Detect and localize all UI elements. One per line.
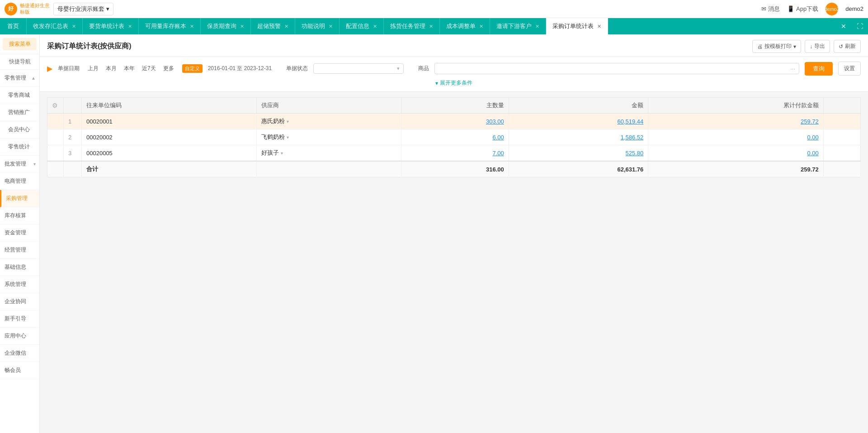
close-tab-chenbentiaozhen[interactable]: ✕ xyxy=(479,24,483,29)
sidebar-search-area: 搜索菜单 xyxy=(0,34,39,54)
date-btn-this-month[interactable]: 本月 xyxy=(103,64,119,73)
cell-quantity: 7.00 xyxy=(401,145,509,162)
tab-home[interactable]: 首页 xyxy=(0,18,27,34)
cell-supplier: 飞鹤奶粉 ▾ xyxy=(257,129,401,145)
workspace-selector[interactable]: 母婴行业演示账套 ▾ xyxy=(53,3,113,15)
col-amount: 金额 xyxy=(509,98,648,114)
status-select[interactable]: ▾ xyxy=(313,63,404,74)
cell-settings xyxy=(47,145,64,162)
close-tab-gongnengshuo[interactable]: ✕ xyxy=(329,24,333,29)
custom-date-tag[interactable]: 自定义 xyxy=(182,64,203,73)
tab-shoufafuhuizong[interactable]: 收发存汇总表 ✕ xyxy=(27,18,83,34)
close-tab-tuohuorenwu[interactable]: ✕ xyxy=(429,24,433,29)
cell-rownum: 3 xyxy=(64,145,82,162)
cell-quantity: 6.00 xyxy=(401,129,509,145)
table-footer: 合计 316.00 62,631.76 259.72 xyxy=(47,161,861,177)
expand-more-btn[interactable]: ▾ 展开更多条件 xyxy=(47,79,861,87)
message-icon: ✉ xyxy=(761,5,766,12)
sidebar-item-marketing[interactable]: 营销推广 xyxy=(0,104,39,121)
date-btn-this-year[interactable]: 本年 xyxy=(121,64,137,73)
content-area: 采购订单统计表(按供应商) 🖨 按模板打印 ▾ ↓ 导出 ↺ 刷新 xyxy=(40,34,868,433)
user-avatar[interactable]: demo2 xyxy=(826,3,838,15)
footer-amount: 62,631.76 xyxy=(509,161,648,177)
download-icon: 📱 xyxy=(787,5,794,12)
sidebar-item-retail-shop[interactable]: 零售商城 xyxy=(0,87,39,104)
column-settings-icon[interactable]: ⚙ xyxy=(52,102,58,109)
username-text: demo2 xyxy=(845,5,863,12)
close-tab-caigoudantongji[interactable]: ✕ xyxy=(597,24,601,29)
sidebar-item-cooperation[interactable]: 企业协同 xyxy=(0,293,39,310)
maximize-btn[interactable]: ⛶ xyxy=(852,18,868,34)
refresh-btn[interactable]: ↺ 刷新 xyxy=(834,40,861,53)
close-all-tabs-btn[interactable]: ✕ xyxy=(835,18,852,34)
close-tab-baoxianqi[interactable]: ✕ xyxy=(240,24,244,29)
footer-paid: 259.72 xyxy=(648,161,823,177)
filter-settings-btn[interactable]: 设置 xyxy=(838,62,861,76)
supplier-arrow-icon: ▾ xyxy=(287,135,289,140)
sidebar-item-inventory[interactable]: 库存核算 xyxy=(0,207,39,224)
table-row: 3 00020005 好孩子 ▾ 7.00 525.80 0.00 xyxy=(47,145,861,162)
tab-chenbentiaozhen[interactable]: 成本调整单 ✕ xyxy=(440,18,490,34)
footer-settings xyxy=(47,161,64,177)
sidebar-item-wechat[interactable]: 企业微信 xyxy=(0,345,39,362)
print-btn[interactable]: 🖨 按模板打印 ▾ xyxy=(752,40,801,53)
date-btn-more[interactable]: 更多 xyxy=(160,64,177,73)
close-tab-shoufafuhuizong[interactable]: ✕ xyxy=(72,24,76,29)
date-btn-last-month[interactable]: 上月 xyxy=(85,64,101,73)
date-btn-7days[interactable]: 近7天 xyxy=(139,64,159,73)
close-tab-keyongliang[interactable]: ✕ xyxy=(190,24,194,29)
tab-chaochuyujing[interactable]: 超储预警 ✕ xyxy=(251,18,295,34)
close-tab-peizhixinxi[interactable]: ✕ xyxy=(373,24,377,29)
sidebar-item-ops[interactable]: 经营管理 xyxy=(0,242,39,259)
top-bar-left: 好 畅捷通好生意 标版 母婴行业演示账套 ▾ xyxy=(5,3,113,15)
tab-gongnengshuo[interactable]: 功能说明 ✕ xyxy=(295,18,340,34)
app-download-btn[interactable]: 📱 App下载 xyxy=(787,5,818,13)
goods-label: 商品 xyxy=(418,65,429,72)
export-btn[interactable]: ↓ 导出 xyxy=(805,40,830,53)
cell-quantity: 303.00 xyxy=(401,114,509,129)
close-tab-yaoqingxiayouke[interactable]: ✕ xyxy=(535,24,539,29)
cell-supplier-code: 00020001 xyxy=(82,114,257,129)
tab-yaoqingxiayouke[interactable]: 邀请下游客户 ✕ xyxy=(490,18,546,34)
sidebar-item-retail[interactable]: 零售管理 ▲ xyxy=(0,70,39,87)
close-tab-yaohuodantongji[interactable]: ✕ xyxy=(128,24,132,29)
cell-supplier-code: 00020005 xyxy=(82,145,257,162)
sidebar-item-vip[interactable]: 畅会员 xyxy=(0,362,39,379)
col-supplier-code: 往来单位编码 xyxy=(82,98,257,114)
goods-filter[interactable]: ··· xyxy=(434,63,799,74)
expand-more-icon: ▾ xyxy=(435,80,438,86)
sidebar-item-wholesale[interactable]: 批发管理 ▾ xyxy=(0,156,39,173)
sidebar-item-purchase[interactable]: 采购管理 xyxy=(0,190,39,207)
tab-baoxianqi[interactable]: 保质期查询 ✕ xyxy=(201,18,251,34)
sidebar-item-retail-stat[interactable]: 零售统计 xyxy=(0,138,39,156)
sidebar-item-basic[interactable]: 基础信息 xyxy=(0,259,39,276)
sidebar-item-newuser[interactable]: 新手引导 xyxy=(0,310,39,328)
tab-yaohuodantongji[interactable]: 要货单统计表 ✕ xyxy=(83,18,139,34)
refresh-icon: ↺ xyxy=(839,43,843,50)
page-title: 采购订单统计表(按供应商) xyxy=(47,42,132,51)
top-bar-right: ✉ 消息 📱 App下载 demo2 demo2 xyxy=(761,3,863,15)
col-settings: ⚙ xyxy=(47,98,64,114)
cell-extra xyxy=(823,145,860,162)
sidebar-item-system[interactable]: 系统管理 xyxy=(0,276,39,293)
tab-keyongliang[interactable]: 可用量库存账本 ✕ xyxy=(139,18,201,34)
quick-nav-btn[interactable]: 快捷导航 xyxy=(0,54,39,70)
sidebar-item-member[interactable]: 会员中心 xyxy=(0,121,39,138)
tab-tuohuorenwu[interactable]: 拣货任务管理 ✕ xyxy=(384,18,440,34)
search-menu-btn[interactable]: 搜索菜单 xyxy=(3,38,37,50)
sidebar-item-finance[interactable]: 资金管理 xyxy=(0,224,39,242)
status-label: 单据状态 xyxy=(286,65,308,72)
tab-peizhixinxi[interactable]: 配置信息 ✕ xyxy=(340,18,384,34)
query-btn[interactable]: 查询 xyxy=(805,62,833,76)
cell-rownum: 2 xyxy=(64,129,82,145)
logo-area: 好 畅捷通好生意 标版 xyxy=(5,3,50,15)
cell-rownum: 1 xyxy=(64,114,82,129)
expand-icon-retail: ▲ xyxy=(31,76,36,81)
message-btn[interactable]: ✉ 消息 xyxy=(761,5,780,13)
sidebar-item-ecommerce[interactable]: 电商管理 xyxy=(0,173,39,190)
tab-caigoudantongji[interactable]: 采购订单统计表 ✕ xyxy=(546,18,608,34)
close-tab-chaochuyujing[interactable]: ✕ xyxy=(284,24,288,29)
filter-expand-toggle[interactable]: ▶ xyxy=(47,64,52,73)
sidebar-item-appcenter[interactable]: 应用中心 xyxy=(0,328,39,345)
goods-filter-more[interactable]: ··· xyxy=(790,65,795,72)
